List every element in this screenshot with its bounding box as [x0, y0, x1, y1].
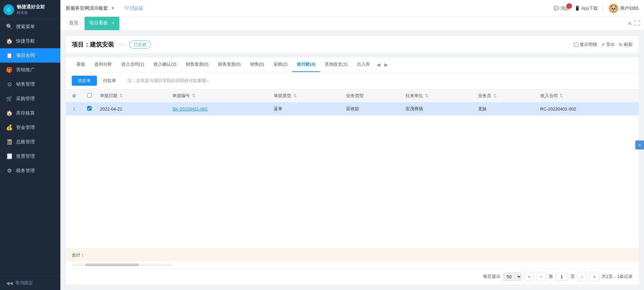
first-page-btn[interactable]: « [525, 272, 534, 281]
subtab-tax-invoice[interactable]: 税务发票(0) [213, 57, 246, 72]
tab-project-board-label: 项目看板 [89, 20, 108, 25]
tab-home-label: 首页 [69, 20, 78, 25]
project-more-btn[interactable]: ··· [118, 41, 125, 48]
account-dropdown-icon[interactable]: ▼ [111, 6, 115, 11]
topbar-right: 💬 消息 1 📱 App下载 🐼 用户3355 [554, 4, 639, 13]
messages-button[interactable]: 💬 消息 1 [554, 5, 569, 11]
sidebar-item-finance[interactable]: 💰 资金管理 [0, 120, 60, 135]
scroll-thumb[interactable] [85, 264, 139, 266]
show-detail-label: 显示明细 [580, 42, 597, 48]
sidebar-item-ledger[interactable]: 📓 总账管理 [0, 135, 60, 149]
message-icon: 💬 [554, 6, 559, 11]
user-menu[interactable]: 🐼 用户3355 [609, 4, 639, 13]
col-salesperson[interactable]: 业务员 ⇅ [474, 89, 536, 102]
ledger-icon: 📓 [6, 139, 13, 145]
expand-tab-control[interactable]: ⛶ [635, 20, 640, 26]
settings-icon[interactable]: ⚙ [72, 93, 76, 98]
main-panel: 看板 盈利分析 收入合同(1) 收入确认(2) 销售发票(0) 税务发票(0) … [66, 57, 639, 285]
payment-table: ⚙ 单据日期 ⇅ 单据编号 ⇅ [66, 89, 639, 116]
subtab-purchase[interactable]: 采购(2) [269, 57, 292, 72]
shield-icon: 🛡 [124, 6, 129, 11]
app-download-label: App下载 [581, 5, 598, 11]
col-type[interactable]: 单据类型 ⇅ [270, 89, 342, 102]
panel-note: 注：这里是与项目关联的全部收付款单哦～ [127, 78, 210, 84]
subtab-next-arrow[interactable]: ▶ [382, 59, 390, 70]
close-tab-control[interactable]: ✕ [628, 20, 632, 27]
page-label: 第 [549, 274, 553, 280]
sidebar-item-shortcut[interactable]: 🏠 快捷导航 [0, 34, 60, 48]
horizontal-scrollbar[interactable] [66, 262, 639, 268]
collect-btn[interactable]: 收款单 [72, 76, 97, 86]
row-salesperson: 龙妹 [474, 102, 536, 116]
col-partner[interactable]: 往来单位 ⇅ [401, 89, 474, 102]
panel-toggle-bar: 收款单 付款单 注：这里是与项目关联的全部收付款单哦～ [66, 72, 639, 89]
col-date[interactable]: 单据日期 ⇅ [96, 89, 168, 102]
project-title-prefix: 项目： [72, 41, 90, 48]
subtab-kanban[interactable]: 看板 [72, 57, 90, 72]
sidebar-item-label: 快捷导航 [16, 38, 35, 44]
next-page-btn[interactable]: › [578, 272, 587, 281]
col-partner-label: 往来单位 [406, 93, 423, 98]
subtab-payment[interactable]: 收付款(4) [292, 57, 320, 72]
col-checkbox [83, 89, 96, 102]
col-number[interactable]: 单据编号 ⇅ [168, 89, 270, 102]
project-header: 项目：建筑安装 ··· 已生效 显示明细 ↗ 导出 ↻ 刷新 [66, 36, 639, 53]
pay-btn[interactable]: 付款单 [97, 76, 122, 86]
subtab-other-expense[interactable]: 其他收支(1) [320, 57, 352, 72]
sort-income-contract-icon: ⇅ [559, 93, 563, 98]
col-income-contract-label: 收入合同 [540, 93, 558, 98]
sidebar-item-inventory[interactable]: 🏠 库存核算 [0, 106, 60, 120]
tab-controls: ✕ ⛶ [628, 20, 640, 27]
prev-page-btn[interactable]: ‹ [537, 272, 546, 281]
select-all-checkbox[interactable] [87, 93, 92, 97]
sidebar-item-label: 库存核算 [16, 110, 35, 116]
sidebar-item-tax[interactable]: ⚙ 税务管理 [0, 163, 60, 178]
sidebar-item-label: 采购管理 [16, 96, 35, 102]
subtab-income-contract[interactable]: 收入合同(1) [117, 57, 149, 72]
sidebar-item-invoice[interactable]: 🧾 发票管理 [0, 149, 60, 163]
sidebar-item-contract[interactable]: 📋 项目合同 [0, 48, 60, 63]
subtab-bar: 看板 盈利分析 收入合同(1) 收入确认(2) 销售发票(0) 税务发票(0) … [66, 57, 639, 72]
project-status-badge: 已生效 [129, 41, 151, 49]
account-name[interactable]: 新服务官网演示账套 [66, 5, 108, 11]
col-date-label: 单据日期 [100, 93, 117, 98]
col-settings[interactable]: ⚙ [66, 89, 83, 102]
doc-number-link[interactable]: SK-20220421-001 [172, 106, 208, 112]
row-checkbox[interactable] [87, 106, 92, 111]
col-income-contract[interactable]: 收入合同 ⇅ [536, 89, 639, 102]
tab-bar: 首页 项目看板 ✕ ✕ ⛶ [60, 17, 644, 30]
show-detail-checkbox[interactable] [574, 43, 578, 47]
subtab-profit[interactable]: 盈利分析 [90, 57, 117, 72]
tab-home[interactable]: 首页 [64, 17, 83, 30]
sidebar-item-purchase[interactable]: 🛒 采购管理 [0, 91, 60, 106]
last-page-btn[interactable]: » [590, 272, 599, 281]
floating-panel-btn[interactable]: ≡ [635, 140, 644, 149]
sales-icon: ⊙ [6, 81, 13, 87]
show-detail-toggle[interactable]: 显示明细 [574, 42, 597, 48]
tab-project-board[interactable]: 项目看板 ✕ [85, 17, 119, 30]
row-income-contract: RC-20220401-002 [536, 102, 639, 116]
row-checkbox-cell[interactable] [83, 102, 96, 116]
total-label: 合计： [72, 252, 85, 258]
subtab-inout[interactable]: 出入库 [352, 57, 375, 72]
app-download-button[interactable]: 📱 App下载 [575, 5, 598, 11]
payment-toggle: 收款单 付款单 [72, 72, 122, 89]
sidebar-item-search[interactable]: 🔍 搜索菜单 [0, 19, 60, 34]
tax-icon: ⚙ [6, 167, 13, 174]
sidebar-pin-toggle[interactable]: ◀◀ 取消固定 [0, 276, 60, 290]
home-icon: 🏠 [6, 38, 13, 44]
subtab-income-confirm[interactable]: 收入确认(2) [149, 57, 181, 72]
per-page-select[interactable]: 50 100 200 [503, 273, 522, 281]
subtab-prev-arrow[interactable]: ◀ [375, 59, 382, 70]
certified-badge: 🛡 已认证 [124, 5, 143, 11]
subtab-sales[interactable]: 销售(0) [246, 57, 269, 72]
tab-close-icon[interactable]: ✕ [111, 21, 115, 25]
row-number-cell[interactable]: SK-20220421-001 [168, 102, 270, 116]
subtab-sales-invoice[interactable]: 销售发票(0) [181, 57, 213, 72]
refresh-button[interactable]: ↻ 刷新 [619, 42, 633, 48]
sidebar-item-sales[interactable]: ⊙ 销售管理 [0, 77, 60, 91]
page-input[interactable] [556, 273, 568, 281]
export-button[interactable]: ↗ 导出 [601, 42, 615, 48]
sidebar-item-marketing[interactable]: 🎁 营销推广 [0, 63, 60, 77]
col-salesperson-label: 业务员 [478, 93, 491, 98]
